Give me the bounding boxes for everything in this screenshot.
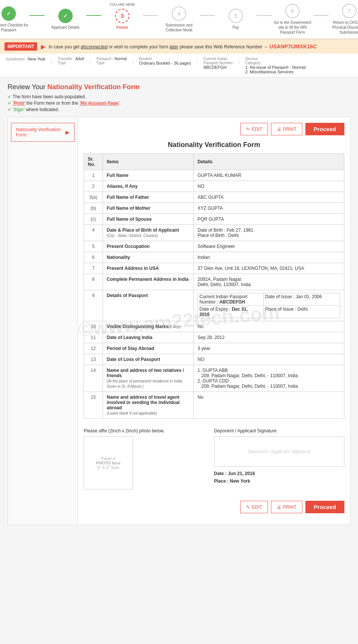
passport-type-info: Passport : Normal Type bbox=[97, 57, 127, 65]
booklet-info: Booklet Ordinary Booklet - 36 pages bbox=[139, 57, 191, 65]
connector-4-5 bbox=[200, 15, 215, 16]
step-5-circle: 5 bbox=[229, 9, 243, 23]
sidebar-item-nvf[interactable]: Nationality Verification Form ▶ bbox=[11, 123, 75, 142]
step-1: ✓ Document Checklist for Passport bbox=[0, 6, 30, 33]
col-details: Details bbox=[194, 154, 344, 170]
form-main: ✎ EDIT 🖨 PRINT Proceed Nationality Verif… bbox=[78, 117, 350, 525]
you-are-here-label: YOU ARE HERE bbox=[109, 3, 135, 6]
col-sr: Sr. No. bbox=[84, 154, 103, 170]
photo-box: Paste a PHOTO here 2" X 2" Size bbox=[84, 437, 133, 489]
table-row: 5 Present Occupation Software Engineer bbox=[84, 241, 344, 252]
edit-button-bottom[interactable]: ✎ EDIT bbox=[240, 501, 268, 513]
form-container: ©www.am22tech.com Nationality Verificati… bbox=[8, 117, 350, 525]
step-3: YOU ARE HERE 3 Forms bbox=[101, 9, 143, 30]
sig-placeholder: Deponent / Applicant Signature bbox=[248, 449, 311, 454]
table-row: 1 Full Name GUPTA ANIL KUMAR bbox=[84, 170, 344, 181]
table-row: 6 Nationality Indian bbox=[84, 252, 344, 263]
passport-num-value: ABCDEFGH bbox=[203, 65, 233, 70]
important-tag: IMPORTANT bbox=[5, 42, 37, 51]
step-5-label: Pay bbox=[232, 25, 239, 30]
signature-area: Deponent / Applicant Signature Deponent … bbox=[214, 428, 345, 489]
step-2: ✓ Applicant Details bbox=[45, 9, 86, 30]
table-row: (b) Full Name of Mother XYZ GUPTA bbox=[84, 203, 344, 214]
sidebar-arrow-icon: ▶ bbox=[65, 129, 70, 135]
edit-icon-bottom: ✎ bbox=[246, 505, 250, 510]
jurisdiction-value: New York bbox=[28, 57, 45, 61]
print-icon-bottom: 🖨 bbox=[277, 505, 281, 510]
proceed-button-bottom[interactable]: Proceed bbox=[305, 501, 344, 513]
main-content: Review Your Nationality Verification For… bbox=[0, 77, 358, 531]
booklet-value: Ordinary Booklet - 36 pages bbox=[139, 61, 191, 65]
bottom-action-buttons: ✎ EDIT 🖨 PRINT Proceed bbox=[84, 501, 344, 513]
review-title: Review Your Nationality Verification For… bbox=[8, 83, 350, 91]
edit-icon: ✎ bbox=[246, 127, 250, 132]
photo-label: Please affix (2inch x 2inch) photo below… bbox=[84, 428, 201, 433]
step-1-label: Document Checklist for Passport bbox=[0, 23, 30, 33]
service-value2: 2. Miscellaneous Services bbox=[245, 70, 306, 74]
ref-number: USANP7IJMXK16C bbox=[269, 43, 317, 50]
sig-place-label: Place : bbox=[214, 478, 230, 484]
photo-sig-section: Please affix (2inch x 2inch) photo below… bbox=[84, 424, 344, 493]
table-row: 13 Date of Loss of Passport NO bbox=[84, 354, 344, 365]
connector-6-7 bbox=[313, 15, 328, 16]
sig-label: Deponent / Applicant Signature bbox=[214, 428, 345, 433]
step-6-label: Go to the Government site to fill the NR… bbox=[272, 20, 313, 35]
banner-text: In case you get disconnected or wish to … bbox=[48, 43, 353, 50]
table-row: 7 Present Address in USA 37 Glen Ave, Un… bbox=[84, 263, 344, 274]
connector-2-3 bbox=[86, 15, 101, 16]
sidebar-item-label: Nationality Verification Form bbox=[16, 127, 65, 138]
step-3-label: Forms bbox=[117, 25, 128, 30]
table-row: 9 Details of Passport Current Indian Pas… bbox=[84, 290, 344, 321]
table-row: 10 Visible Distinguishing Marks(If Any) … bbox=[84, 321, 344, 332]
connector-5-6 bbox=[257, 15, 272, 16]
step-7: 7 Return to CKGS for Physical Documents … bbox=[328, 4, 358, 35]
top-action-buttons: ✎ EDIT 🖨 PRINT Proceed bbox=[84, 123, 344, 135]
table-row: 11 Date of Leaving India Sep 28, 2012 bbox=[84, 332, 344, 343]
proceed-button-top[interactable]: Proceed bbox=[305, 123, 344, 135]
sig-place-value: New York bbox=[230, 478, 251, 484]
service-value1: 1. Re-issue of Passport - Normal bbox=[245, 65, 306, 70]
step-7-label: Return to CKGS for Physical Documents Su… bbox=[328, 20, 358, 35]
connector-3-4 bbox=[143, 15, 158, 16]
info-bar: Jurisdiction : New York | Traveller : Ad… bbox=[0, 54, 358, 77]
important-banner: IMPORTANT ▶ In case you get disconnected… bbox=[0, 39, 358, 54]
sig-date-label: Date : bbox=[214, 471, 228, 476]
photo-line2: PHOTO here bbox=[96, 461, 120, 465]
table-row: 15 Name and address of travel agent invo… bbox=[84, 392, 344, 419]
review-title-bold: Nationality Verification Form bbox=[47, 83, 140, 91]
step-3-circle: 3 bbox=[115, 9, 129, 23]
checklist: The form have been auto-populated. 'Prin… bbox=[8, 94, 350, 112]
passport-num-info: Current Indian Passport Number ABCDEFGH bbox=[203, 57, 233, 70]
form-title: Nationality Verification Form bbox=[84, 141, 344, 149]
step-2-label: Applicant Details bbox=[51, 25, 79, 30]
photo-line1: Paste a bbox=[101, 456, 115, 461]
step-4-circle: 4 bbox=[172, 6, 186, 21]
step-2-circle: ✓ bbox=[58, 9, 73, 23]
arrow-icon: ▶ bbox=[41, 43, 45, 50]
sig-info: Date : Jun 21, 2016 Place : New York bbox=[214, 470, 345, 485]
photo-area: Please affix (2inch x 2inch) photo below… bbox=[84, 428, 201, 489]
table-row: 14 Name and address of two relatives / f… bbox=[84, 365, 344, 392]
print-button-bottom[interactable]: 🖨 PRINT bbox=[271, 501, 302, 513]
table-row: 12 Period of Stay Abroad 3 year bbox=[84, 343, 344, 354]
table-row: 3(a) Full Name of Father ABC GUPTA bbox=[84, 192, 344, 203]
photo-line3: 2" X 2" Size bbox=[97, 465, 119, 470]
table-row: 2 Aliases, If Any NO bbox=[84, 181, 344, 192]
sidebar: Nationality Verification Form ▶ bbox=[8, 117, 78, 525]
connector-1-2 bbox=[30, 15, 45, 16]
data-table: Sr. No. Items Details 1 Full Name GUPTA … bbox=[84, 153, 344, 419]
step-1-circle: ✓ bbox=[2, 6, 16, 21]
print-icon: 🖨 bbox=[277, 127, 281, 132]
step-7-circle: 7 bbox=[342, 4, 356, 18]
print-button-top[interactable]: 🖨 PRINT bbox=[271, 123, 302, 135]
sig-box: Deponent / Applicant Signature bbox=[214, 437, 345, 467]
traveller-info: Traveller : Adult Type bbox=[58, 57, 84, 65]
progress-bar: ✓ Document Checklist for Passport ✓ Appl… bbox=[0, 0, 358, 39]
step-6-circle: 6 bbox=[285, 4, 300, 18]
passport-type-value: Normal bbox=[114, 57, 126, 61]
edit-button-top[interactable]: ✎ EDIT bbox=[240, 123, 268, 135]
step-4: 4 Submission and Collection Mode bbox=[158, 6, 200, 33]
checklist-item-2: 'Print' the Form here or from the 'My Ac… bbox=[8, 101, 350, 106]
table-row: (c) Full Name of Spouse PQR GUPTA bbox=[84, 214, 344, 225]
service-info: Service Category 1. Re-issue of Passport… bbox=[245, 57, 306, 74]
